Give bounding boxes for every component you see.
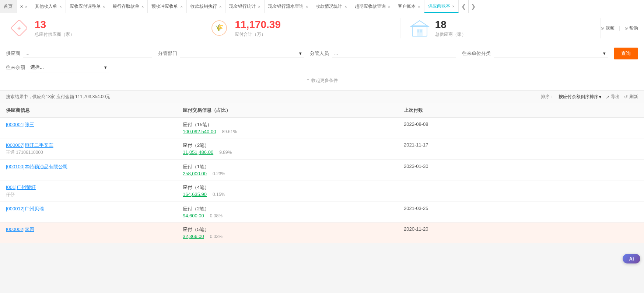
- tx-label: 应付（1笔）: [183, 163, 392, 170]
- tx-info-cell: 应付（2笔）94,600.000.08%: [177, 202, 398, 223]
- supplier-link[interactable]: [000001]张三: [6, 122, 34, 127]
- nav-tab-supplier-ledger[interactable]: 供应商账本 ×: [424, 0, 459, 13]
- export-button[interactable]: ↗ 导出: [606, 94, 620, 100]
- chevron-up-icon: ⌃: [306, 78, 310, 83]
- close-icon[interactable]: ×: [219, 4, 221, 9]
- supplier-link[interactable]: [000002]李四: [6, 227, 34, 232]
- diamond-icon: ◈: [9, 18, 29, 38]
- video-icon: ⊙: [601, 25, 604, 31]
- video-link[interactable]: ⊙ 视频: [601, 25, 614, 31]
- chevron-down-icon: ▾: [299, 51, 302, 56]
- tx-amount[interactable]: 164,635.90: [183, 192, 207, 197]
- nav-tab-collection-stat[interactable]: 收款情况统计 ×: [312, 0, 351, 13]
- close-icon[interactable]: ×: [452, 4, 455, 8]
- top-nav: 首页 3 × 其他收入单 × 应收应付调整单 × 银行存取款单 × 预收冲应收单…: [0, 0, 644, 13]
- close-icon[interactable]: ×: [258, 4, 260, 9]
- tx-amount[interactable]: 258,000.00: [183, 171, 207, 176]
- nav-tab-cash-bank-stat[interactable]: 现金银行统计 ×: [225, 0, 264, 13]
- nav-left-arrow[interactable]: ❮: [459, 0, 468, 13]
- card2-label: 应付合计（万）: [235, 31, 391, 38]
- chevron-down-icon: ▾: [603, 51, 606, 56]
- tx-percent: 0.03%: [210, 234, 223, 239]
- nav-tab-prepay[interactable]: 预收冲应收单 ×: [148, 0, 186, 13]
- tx-amount[interactable]: 32,366.00: [183, 234, 204, 239]
- tx-amount[interactable]: 11,051,486.00: [183, 149, 213, 155]
- person-label: 分管人员: [310, 50, 329, 57]
- tx-info-cell: 应付（15笔）100,092,540.0089.61%: [177, 118, 398, 138]
- nav-tab-collection-stat-label: 收款情况统计: [316, 3, 342, 10]
- filter-supplier: 供应商: [6, 49, 152, 58]
- card3-label: 总供应商（家）: [435, 31, 591, 38]
- filter-row-2: 往来余额 选择... ▾: [6, 62, 638, 72]
- filter-balance: 往来余额 选择... ▾: [6, 62, 109, 72]
- balance-select[interactable]: 选择... ▾: [28, 62, 109, 72]
- supplier-link[interactable]: [000100]本特勒油品有限公司: [6, 164, 68, 169]
- tx-info-cell: 应付（2笔）11,051,486.009.89%: [177, 138, 398, 160]
- supplier-link[interactable]: [000012]广州贝瑞: [6, 206, 44, 211]
- sort-select[interactable]: 按应付余额倒序排序 ▾: [559, 94, 601, 100]
- export-icon: ↗: [606, 94, 609, 100]
- close-icon[interactable]: ×: [59, 4, 62, 9]
- nav-tab-bank-deposit-label: 银行存取款单: [113, 3, 139, 10]
- tx-label: 应付（5笔）: [183, 226, 392, 233]
- close-icon[interactable]: ×: [103, 4, 105, 9]
- balance-value: 选择...: [30, 64, 44, 70]
- tx-info-cell: 应付（1笔）258,000.000.23%: [177, 160, 398, 180]
- tx-amount[interactable]: 100,092,540.00: [183, 129, 216, 134]
- chevron-down-icon: ▾: [599, 94, 601, 100]
- help-link[interactable]: ⊙ 帮助: [624, 25, 638, 31]
- close-icon[interactable]: ×: [141, 4, 144, 9]
- sort-label: 排序：: [541, 94, 554, 100]
- supplier-info-cell: [000001]张三: [0, 118, 177, 138]
- tx-amount[interactable]: 94,600.00: [183, 213, 204, 218]
- nav-tab-cash-flow-label: 现金银行流水查询: [268, 3, 304, 10]
- supplier-link[interactable]: [001]广州荣轩: [6, 185, 36, 190]
- unit-category-select[interactable]: ▾: [494, 49, 608, 58]
- result-bar: 搜索结果中，供应商13家 应付金额 111,703,854.00元 排序： 按应…: [0, 91, 644, 103]
- search-button[interactable]: 查询: [614, 48, 638, 59]
- nav-tab-bank-deposit[interactable]: 银行存取款单 ×: [109, 0, 148, 13]
- nav-tab-overdue[interactable]: 超期应收款查询 ×: [351, 0, 394, 13]
- nav-tab-cash-flow[interactable]: 现金银行流水查询 ×: [265, 0, 312, 13]
- close-icon[interactable]: ×: [25, 4, 27, 9]
- nav-tab-other-income[interactable]: 其他收入单 ×: [31, 0, 66, 13]
- nav-tab-customer-ledger[interactable]: 客户账本 ×: [394, 0, 424, 13]
- last-pay-cell: 2020-11-20: [398, 223, 644, 243]
- card3-number: 18: [435, 18, 591, 31]
- nav-tab-prepay-label: 预收冲应收单: [151, 3, 178, 10]
- nav-tab-customer-ledger-label: 客户账本: [398, 3, 416, 10]
- close-icon[interactable]: ×: [418, 4, 420, 9]
- table-row: [000012]广州贝瑞应付（2笔）94,600.000.08%2021-03-…: [0, 202, 644, 223]
- nav-tab-3[interactable]: 3 ×: [17, 0, 31, 13]
- table-row: [000007]恒旺二手叉车王通 17106110000应付（2笔）11,051…: [0, 138, 644, 160]
- close-icon[interactable]: ×: [388, 4, 390, 9]
- close-icon[interactable]: ×: [344, 4, 347, 9]
- supplier-link[interactable]: [000007]恒旺二手叉车: [6, 142, 53, 148]
- refresh-button[interactable]: ↺ 刷新: [624, 94, 638, 100]
- collapse-button[interactable]: ⌃ 收起更多条件: [306, 77, 338, 84]
- tx-percent: 0.08%: [210, 213, 223, 218]
- supplier-input[interactable]: [23, 49, 152, 58]
- card2-info: 11,170.39 应付合计（万）: [235, 18, 391, 38]
- nav-tab-ar-adjust[interactable]: 应收应付调整单 ×: [66, 0, 109, 13]
- close-icon[interactable]: ×: [180, 4, 182, 9]
- table-header-row: 供应商信息 应付交易信息（占比） 上次付数: [0, 103, 644, 118]
- sort-value: 按应付余额倒序排序: [559, 94, 598, 100]
- card1-number: 13: [35, 18, 191, 31]
- result-actions: 排序： 按应付余额倒序排序 ▾ ↗ 导出 ↺ 刷新: [541, 94, 638, 100]
- filter-person: 分管人员: [310, 49, 456, 58]
- last-pay-cell: 2023-01-30: [398, 160, 644, 180]
- nav-tab-home[interactable]: 首页: [0, 0, 17, 13]
- last-pay-cell: 2021-11-17: [398, 138, 644, 160]
- summary-card-ap-suppliers: ◈ 13 总应付供应商（家）: [0, 18, 200, 38]
- nav-tab-collection[interactable]: 收款核销执行 ×: [187, 0, 225, 13]
- department-select[interactable]: ▾: [180, 49, 304, 58]
- person-input[interactable]: [332, 49, 456, 58]
- nav-right-arrow[interactable]: ❯: [468, 0, 478, 13]
- close-icon[interactable]: ×: [306, 4, 308, 9]
- table-row: [000001]张三应付（15笔）100,092,540.0089.61%202…: [0, 118, 644, 138]
- card2-number: 11,170.39: [235, 18, 391, 31]
- store-icon: [409, 18, 430, 38]
- department-label: 分管部门: [158, 50, 177, 57]
- col-header-supplier: 供应商信息: [0, 103, 177, 118]
